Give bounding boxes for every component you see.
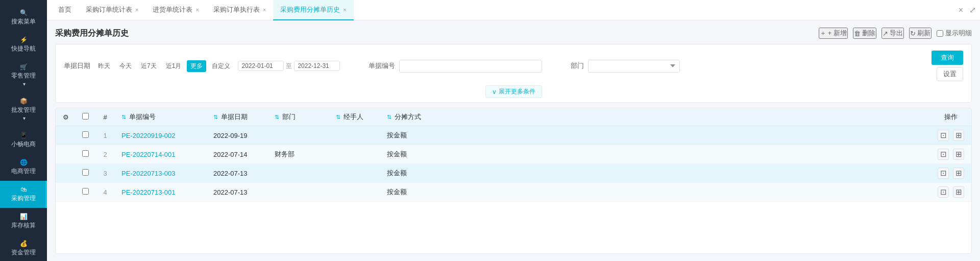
window-expand-icon[interactable]: ⤢ [969, 5, 976, 15]
tab-close-icon[interactable]: × [343, 7, 346, 13]
row-action-cell: ⊡ ⊞ [930, 145, 971, 164]
show-cols-checkbox[interactable]: 显示明细 [937, 29, 972, 38]
tab-label: 采购订单统计表 [86, 5, 132, 14]
row-checkbox[interactable] [82, 169, 89, 176]
table-header-row: ⚙ # ⇅ 单据编号 ⇅ 单据日期 [56, 108, 971, 126]
table-row: 4 PE-20220713-001 2022-07-13 按金额 ⊡ ⊞ [56, 183, 971, 202]
add-label: + 新增 [828, 29, 847, 38]
dept-select[interactable] [588, 60, 680, 73]
sidebar-item-wholesale-mgmt[interactable]: 📦 批发管理 ▾ [0, 92, 47, 127]
row-edit-icon[interactable]: ⊡ [938, 149, 949, 160]
row-edit-icon[interactable]: ⊡ [938, 168, 949, 179]
ecom-icon: 🌐 [20, 159, 28, 166]
tab-close-icon[interactable]: × [135, 7, 138, 13]
export-button[interactable]: ↗ 导出 [881, 28, 904, 39]
delete-button[interactable]: 🗑 删除 [853, 28, 876, 39]
finance-icon: 💰 [20, 240, 28, 247]
date-range-buttons: 昨天 今天 近7天 近1月 更多 自定义 [94, 60, 234, 72]
search-menu-icon: 🔍 [20, 9, 28, 16]
sidebar-item-quick-nav[interactable]: ⚡ 快捷导航 [0, 31, 47, 58]
sidebar-item-label: 批发管理 [2, 106, 45, 114]
search-button[interactable]: 查询 [932, 51, 963, 65]
row-checkbox[interactable] [82, 150, 89, 157]
tab-home-label: 首页 [58, 5, 71, 14]
date-btn-1month[interactable]: 近1月 [162, 60, 185, 72]
date-from-input[interactable] [238, 61, 284, 71]
row-action-cell: ⊡ ⊞ [930, 183, 971, 202]
row-handler-cell [330, 183, 381, 202]
doc-num-link[interactable]: PE-20220713-003 [121, 170, 176, 177]
date-btn-today[interactable]: 今天 [116, 60, 135, 72]
sort-icon: ⇅ [121, 114, 126, 120]
row-handler-cell [330, 126, 381, 145]
col-checkbox [76, 108, 95, 126]
table-row: 2 PE-20220714-001 2022-07-14 财务部 按金额 ⊡ ⊞ [56, 145, 971, 164]
row-checkbox[interactable] [82, 131, 89, 138]
sidebar-item-label: 资金管理 [2, 248, 45, 257]
row-edit-icon[interactable]: ⊡ [938, 130, 949, 141]
row-date-cell: 2022-07-14 [207, 145, 268, 164]
tab-purchase-order-exec[interactable]: 采购订单执行表 × [206, 0, 273, 20]
show-cols-check[interactable] [937, 30, 943, 37]
data-table: ⚙ # ⇅ 单据编号 ⇅ 单据日期 [56, 108, 971, 202]
row-num-cell: 2 [95, 145, 115, 164]
sidebar-item-mini-ecom[interactable]: 📱 小畅电商 [0, 127, 47, 154]
tab-purchase-order-stats[interactable]: 采购订单统计表 × [79, 0, 145, 20]
row-more-icon[interactable]: ⊞ [953, 149, 964, 160]
tab-home[interactable]: 首页 [51, 0, 79, 20]
sidebar-item-finance-mgmt[interactable]: 💰 资金管理 [0, 235, 47, 261]
refresh-icon: ↻ [910, 30, 916, 37]
tab-close-icon[interactable]: × [263, 7, 266, 13]
date-to-input[interactable] [294, 61, 340, 71]
row-date-cell: 2022-07-13 [207, 183, 268, 202]
date-btn-custom[interactable]: 自定义 [208, 60, 234, 72]
row-edit-icon[interactable]: ⊡ [938, 186, 949, 198]
date-btn-yesterday[interactable]: 昨天 [94, 60, 114, 72]
search-settings-button[interactable]: 设置 [937, 67, 963, 81]
tab-purchase-cost-history[interactable]: 采购费用分摊单历史 × [273, 0, 353, 20]
sort-icon: ⇅ [336, 114, 340, 120]
row-method-cell: 按金额 [381, 183, 930, 202]
col-gear: ⚙ [56, 108, 76, 126]
row-gear-cell [56, 183, 76, 202]
tab-inbound-stats[interactable]: 进货单统计表 × [145, 0, 206, 20]
data-table-container: ⚙ # ⇅ 单据编号 ⇅ 单据日期 [55, 108, 972, 254]
doc-num-link[interactable]: PE-20220714-001 [121, 151, 176, 158]
row-dept-cell [268, 183, 330, 202]
sidebar-item-search-menu[interactable]: 🔍 搜索菜单 [0, 4, 47, 31]
select-all-checkbox[interactable] [82, 113, 89, 120]
tab-label: 采购费用分摊单历史 [280, 5, 340, 14]
date-btn-7days[interactable]: 近7天 [137, 60, 160, 72]
doc-num-link[interactable]: PE-20220713-001 [121, 188, 176, 196]
table-row: 1 PE-20220919-002 2022-09-19 按金额 ⊡ ⊞ [56, 126, 971, 145]
expand-label: 展开更多条件 [499, 87, 535, 96]
tab-close-icon[interactable]: × [195, 7, 199, 13]
dept-field: 部门 [571, 60, 680, 73]
row-method-cell: 按金额 [381, 126, 930, 145]
doc-num-input[interactable] [399, 60, 542, 73]
sidebar-item-retail-mgmt[interactable]: 🛒 零售管理 ▾ [0, 58, 47, 92]
window-close-icon[interactable]: × [959, 6, 963, 15]
row-doc-num-cell: PE-20220714-001 [115, 145, 207, 164]
col-handler-header: ⇅ 经手人 [330, 108, 381, 126]
row-date-cell: 2022-07-13 [207, 164, 268, 183]
chevron-down-icon: ∨ [492, 88, 497, 96]
sidebar-item-ecom-mgmt[interactable]: 🌐 电商管理 [0, 154, 47, 181]
row-more-icon[interactable]: ⊞ [953, 168, 964, 179]
doc-num-link[interactable]: PE-20220919-002 [121, 132, 176, 139]
row-checkbox[interactable] [82, 188, 89, 195]
row-more-icon[interactable]: ⊞ [953, 186, 964, 198]
row-num-cell: 1 [95, 126, 115, 145]
sidebar-item-label: 小畅电商 [2, 140, 45, 149]
sidebar-item-purchase-mgmt[interactable]: 🛍 采购管理 [0, 181, 47, 208]
retail-icon: 🛒 [20, 63, 28, 70]
expand-more-button[interactable]: ∨ 展开更多条件 [485, 85, 542, 98]
sidebar-item-inventory[interactable]: 📊 库存核算 [0, 208, 47, 235]
gear-icon[interactable]: ⚙ [63, 113, 69, 121]
date-input-row: 至 [238, 61, 340, 71]
add-button[interactable]: ＋ + 新增 [819, 28, 848, 39]
row-more-icon[interactable]: ⊞ [953, 130, 964, 141]
refresh-button[interactable]: ↻ 刷新 [909, 28, 932, 39]
date-btn-more[interactable]: 更多 [187, 60, 206, 72]
show-cols-label: 显示明细 [945, 29, 972, 38]
